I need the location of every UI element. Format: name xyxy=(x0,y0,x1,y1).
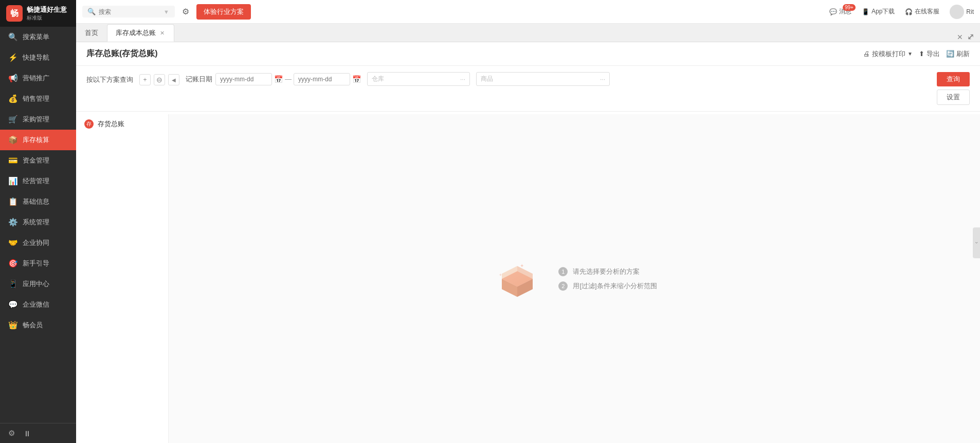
user-profile[interactable]: Rit xyxy=(950,5,974,19)
tabbar: 首页 库存成本总账 ✕ ✕ ⤢ xyxy=(76,24,980,42)
query-button[interactable]: 查询 xyxy=(937,72,970,86)
online-service-label: 在线客服 xyxy=(915,7,939,16)
purchase-icon: 🛒 xyxy=(8,115,17,124)
product-select[interactable]: 商品 ··· xyxy=(476,72,610,86)
empty-tip-2: 2 用[过滤]条件来缩小分析范围 xyxy=(558,281,657,291)
search-icon: 🔍 xyxy=(8,32,17,42)
filter-row-1: 记账日期 📅 — 📅 仓库 ··· 商品 xyxy=(186,72,931,86)
page-actions: 🖨 按模板打印 ▼ ⬆ 导出 🔄 刷新 xyxy=(863,49,970,59)
topbar-search[interactable]: 🔍 ▼ xyxy=(82,6,175,17)
warehouse-select[interactable]: 仓库 ··· xyxy=(367,72,470,86)
settings-icon[interactable]: ⚙ xyxy=(8,429,15,438)
sidebar-item-system[interactable]: ⚙️ 系统管理 xyxy=(0,212,76,233)
sidebar-item-wechat[interactable]: 💬 企业微信 xyxy=(0,294,76,315)
tip-num-1: 1 xyxy=(558,267,568,276)
export-label: 导出 xyxy=(927,49,940,59)
sidebar-item-label: 销售管理 xyxy=(23,94,49,103)
audio-icon[interactable]: ⏸ xyxy=(23,429,31,438)
sidebar-item-enterprise[interactable]: 🤝 企业协同 xyxy=(0,233,76,253)
filter-collapse-button[interactable]: ◀ xyxy=(168,74,179,85)
print-label: 按模板打印 xyxy=(872,49,905,59)
page-header: 库存总账(存货总账) 🖨 按模板打印 ▼ ⬆ 导出 🔄 刷新 xyxy=(76,42,980,66)
message-icon: 💬 xyxy=(829,8,837,15)
scheme-item-icon: 存 xyxy=(84,119,94,129)
svg-text:✦: ✦ xyxy=(499,273,502,277)
scheme-item-inventory-ledger[interactable]: 存 存货总账 xyxy=(76,114,168,134)
message-button[interactable]: 💬 消息 99+ xyxy=(829,7,851,16)
app-download-button[interactable]: 📱 App下载 xyxy=(862,7,895,16)
headset-icon: 🎧 xyxy=(905,8,913,15)
dropdown-arrow-icon: ▼ xyxy=(164,9,169,15)
sidebar-item-label: 新手引导 xyxy=(23,259,49,268)
refresh-icon: 🔄 xyxy=(946,50,954,58)
sales-icon: 💰 xyxy=(8,94,17,103)
date-to-input[interactable] xyxy=(294,73,350,85)
wechat-icon: 💬 xyxy=(8,300,17,309)
sidebar-item-label: 应用中心 xyxy=(23,279,49,289)
logo-sub: 标准版 xyxy=(27,14,67,21)
tab-home[interactable]: 首页 xyxy=(76,24,107,42)
newcomer-icon: 🎯 xyxy=(8,259,17,268)
online-service-button[interactable]: 🎧 在线客服 xyxy=(905,7,939,16)
tab-inventory-cost[interactable]: 库存成本总账 ✕ xyxy=(107,24,174,42)
sidebar-item-newcomer[interactable]: 🎯 新手引导 xyxy=(0,253,76,274)
sidebar-bottom: ⚙ ⏸ xyxy=(0,423,76,443)
empty-state: ✦ ✦ 1 请先选择要分析的方案 2 用[过滤]条件来缩小分析范围 xyxy=(169,114,980,443)
sidebar-item-purchase[interactable]: 🛒 采购管理 xyxy=(0,109,76,130)
sidebar-item-label: 基础信息 xyxy=(23,197,49,206)
system-icon: ⚙️ xyxy=(8,218,17,227)
sidebar-item-inventory[interactable]: 📦 库存核算 xyxy=(0,130,76,150)
print-icon: 🖨 xyxy=(863,50,870,58)
filter-label: 按以下方案查询 xyxy=(86,72,133,84)
filter-scheme: 记账日期 📅 — 📅 仓库 ··· 商品 xyxy=(186,72,931,86)
sidebar: 畅 畅捷通好生意 标准版 🔍 搜索菜单 ⚡ 快捷导航 📢 营销推广 💰 销售管理… xyxy=(0,0,76,443)
refresh-button[interactable]: 🔄 刷新 xyxy=(946,49,970,59)
sidebar-item-finance[interactable]: 💳 资金管理 xyxy=(0,150,76,171)
sidebar-item-vip[interactable]: 👑 畅会员 xyxy=(0,315,76,335)
tab-area-expand-icon[interactable]: ⤢ xyxy=(967,32,974,42)
calendar-to-icon[interactable]: 📅 xyxy=(352,75,361,83)
topbar-right: 💬 消息 99+ 📱 App下载 🎧 在线客服 Rit xyxy=(829,5,974,19)
gear-button[interactable]: ⚙ xyxy=(180,5,191,19)
empty-tips: 1 请先选择要分析的方案 2 用[过滤]条件来缩小分析范围 xyxy=(558,267,657,291)
sidebar-item-basic-info[interactable]: 📋 基础信息 xyxy=(0,191,76,212)
logo-text: 畅捷通好生意 标准版 xyxy=(27,6,67,21)
main-area: 🔍 ▼ ⚙ 体验行业方案 💬 消息 99+ 📱 App下载 🎧 在线客服 Rit xyxy=(76,0,980,443)
app-center-icon: 📱 xyxy=(8,279,17,289)
sidebar-item-sales[interactable]: 💰 销售管理 xyxy=(0,88,76,109)
export-icon: ⬆ xyxy=(919,50,924,58)
sidebar-item-quick-nav[interactable]: ⚡ 快捷导航 xyxy=(0,47,76,68)
sidebar-item-label: 畅会员 xyxy=(23,321,43,330)
filter-remove-button[interactable]: ⊖ xyxy=(154,74,165,85)
operations-icon: 📊 xyxy=(8,176,17,186)
filter-add-button[interactable]: + xyxy=(139,74,151,85)
print-button[interactable]: 🖨 按模板打印 ▼ xyxy=(863,49,913,59)
tab-area-close: ✕ ⤢ xyxy=(951,32,980,42)
calendar-from-icon[interactable]: 📅 xyxy=(274,75,283,83)
logo-main: 畅捷通好生意 xyxy=(27,6,67,14)
inventory-icon: 📦 xyxy=(8,135,17,145)
logo-icon: 畅 xyxy=(6,5,23,22)
page-title: 库存总账(存货总账) xyxy=(86,48,158,59)
sidebar-item-label: 企业微信 xyxy=(23,300,49,309)
search-input[interactable] xyxy=(99,8,160,15)
scheme-panel: 存 存货总账 xyxy=(76,114,169,443)
lightning-icon: ⚡ xyxy=(8,53,17,62)
industry-btn[interactable]: 体验行业方案 xyxy=(196,4,251,20)
filter-settings-button[interactable]: 设置 xyxy=(937,90,970,105)
sidebar-item-app-center[interactable]: 📱 应用中心 xyxy=(0,274,76,294)
sidebar-item-operations[interactable]: 📊 经营管理 xyxy=(0,171,76,191)
sidebar-item-label: 资金管理 xyxy=(23,156,49,165)
sidebar-scroll: 🔍 搜索菜单 ⚡ 快捷导航 📢 营销推广 💰 销售管理 🛒 采购管理 📦 库存核… xyxy=(0,27,76,423)
right-panel-toggle[interactable]: › xyxy=(973,227,980,258)
tab-close-button[interactable]: ✕ xyxy=(159,30,166,37)
avatar xyxy=(950,5,964,19)
sidebar-item-search[interactable]: 🔍 搜索菜单 xyxy=(0,27,76,47)
tab-area-close-icon[interactable]: ✕ xyxy=(957,33,963,41)
date-from-input[interactable] xyxy=(215,73,272,85)
sidebar-item-marketing[interactable]: 📢 营销推广 xyxy=(0,68,76,88)
date-separator: — xyxy=(285,75,292,83)
enterprise-icon: 🤝 xyxy=(8,238,17,247)
search-input-icon: 🔍 xyxy=(87,8,96,15)
export-button[interactable]: ⬆ 导出 xyxy=(919,49,940,59)
